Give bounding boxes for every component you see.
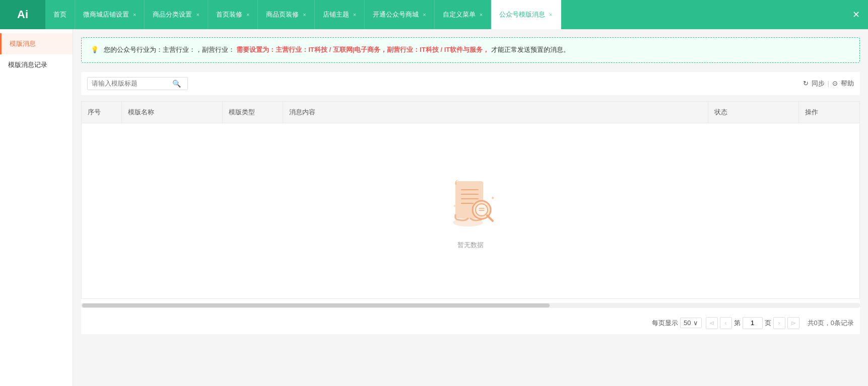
- col-type: 模版类型: [223, 102, 283, 123]
- sync-button[interactable]: 同步: [812, 79, 825, 88]
- page-size-label: 每页显示: [652, 319, 678, 328]
- top-nav: Ai 首页微商城店铺设置×商品分类设置×首页装修×商品页装修×店铺主题×开通公众…: [0, 0, 868, 29]
- notice-icon: 💡: [91, 46, 99, 53]
- tab-close-icon-2[interactable]: ×: [196, 12, 199, 18]
- tab-close-icon-7[interactable]: ×: [480, 12, 483, 18]
- col-name: 模版名称: [122, 102, 223, 123]
- nav-tab-1[interactable]: 微商城店铺设置×: [75, 0, 145, 29]
- prev-page-button[interactable]: ‹: [720, 317, 732, 329]
- page-input[interactable]: [743, 317, 763, 329]
- pagination: 每页显示 50 ∨ ⊲ ‹ 第 页 › ⊳ 共0页，0条记录: [81, 312, 860, 334]
- nav-tabs: 首页微商城店铺设置×商品分类设置×首页装修×商品页装修×店铺主题×开通公众号商城…: [45, 0, 852, 29]
- page-word-di: 第: [734, 319, 741, 328]
- svg-line-7: [487, 215, 493, 221]
- svg-text:✦: ✦: [453, 204, 456, 208]
- tab-close-icon-5[interactable]: ×: [353, 12, 356, 18]
- help-icon: ⊙: [832, 80, 838, 87]
- sidebar-item-template-message[interactable]: 模版消息: [0, 33, 73, 54]
- notice-box: 💡 您的公众号行业为：主营行业：，副营行业： 需要设置为：主营行业：IT科技 /…: [81, 37, 860, 63]
- search-icon[interactable]: 🔍: [172, 80, 181, 88]
- page-nav: ⊲ ‹ 第 页 › ⊳: [706, 317, 799, 329]
- total-info: 共0页，0条记录: [808, 319, 854, 328]
- table: 序号 模版名称 模版类型 消息内容 状态 操作: [81, 101, 860, 334]
- last-page-button[interactable]: ⊳: [787, 317, 799, 329]
- table-body: ✦ ✦ 暂无数据: [81, 123, 860, 299]
- nav-tab-3[interactable]: 首页装修×: [208, 0, 258, 29]
- nav-tab-5[interactable]: 店铺主题×: [315, 0, 365, 29]
- table-header: 序号 模版名称 模版类型 消息内容 状态 操作: [81, 101, 860, 123]
- nav-tab-0[interactable]: 首页: [45, 0, 75, 29]
- svg-text:✦: ✦: [491, 195, 495, 201]
- tab-close-icon-6[interactable]: ×: [423, 12, 426, 18]
- sidebar-item-template-record[interactable]: 模版消息记录: [0, 54, 73, 75]
- scrollbar-thumb[interactable]: [82, 303, 550, 307]
- svg-point-6: [476, 204, 488, 216]
- scrollbar-track[interactable]: [81, 303, 860, 308]
- logo: Ai: [0, 0, 45, 29]
- search-bar: 🔍 ↻ 同步 | ⊙ 帮助: [81, 72, 860, 95]
- nav-tab-2[interactable]: 商品分类设置×: [145, 0, 208, 29]
- tab-close-icon-1[interactable]: ×: [133, 12, 136, 18]
- col-content: 消息内容: [283, 102, 708, 123]
- close-all-button[interactable]: ✕: [852, 9, 860, 20]
- empty-illustration: ✦ ✦: [440, 172, 501, 233]
- search-input-wrap: 🔍: [87, 77, 188, 90]
- nav-tab-4[interactable]: 商品页装修×: [258, 0, 314, 29]
- tab-close-icon-3[interactable]: ×: [246, 12, 249, 18]
- sync-help: ↻ 同步 | ⊙ 帮助: [803, 79, 854, 88]
- help-button[interactable]: 帮助: [841, 79, 854, 88]
- search-input[interactable]: [92, 80, 172, 87]
- page-size-select: 每页显示 50 ∨: [652, 318, 701, 328]
- first-page-button[interactable]: ⊲: [706, 317, 718, 329]
- nav-tab-7[interactable]: 自定义菜单×: [435, 0, 491, 29]
- sidebar: 模版消息 模版消息记录: [0, 29, 73, 386]
- empty-text: 暂无数据: [457, 241, 484, 250]
- nav-tab-8[interactable]: 公众号模版消息×: [491, 0, 561, 29]
- page-size-box[interactable]: 50 ∨: [680, 318, 701, 328]
- empty-state: ✦ ✦ 暂无数据: [440, 152, 501, 270]
- chevron-down-icon: ∨: [693, 319, 698, 327]
- content-area: 💡 您的公众号行业为：主营行业：，副营行业： 需要设置为：主营行业：IT科技 /…: [73, 29, 868, 386]
- nav-tab-6[interactable]: 开通公众号商城×: [365, 0, 434, 29]
- tab-close-icon-8[interactable]: ×: [549, 12, 552, 18]
- divider: |: [828, 80, 829, 87]
- tab-close-icon-4[interactable]: ×: [303, 12, 306, 18]
- col-index: 序号: [82, 102, 122, 123]
- page-word: 页: [765, 319, 771, 328]
- col-status: 状态: [708, 102, 799, 123]
- refresh-icon: ↻: [803, 80, 809, 87]
- col-action: 操作: [799, 102, 859, 123]
- page-size-value: 50: [684, 319, 691, 327]
- next-page-button[interactable]: ›: [773, 317, 785, 329]
- main-layout: 模版消息 模版消息记录 💡 您的公众号行业为：主营行业：，副营行业： 需要设置为…: [0, 29, 868, 386]
